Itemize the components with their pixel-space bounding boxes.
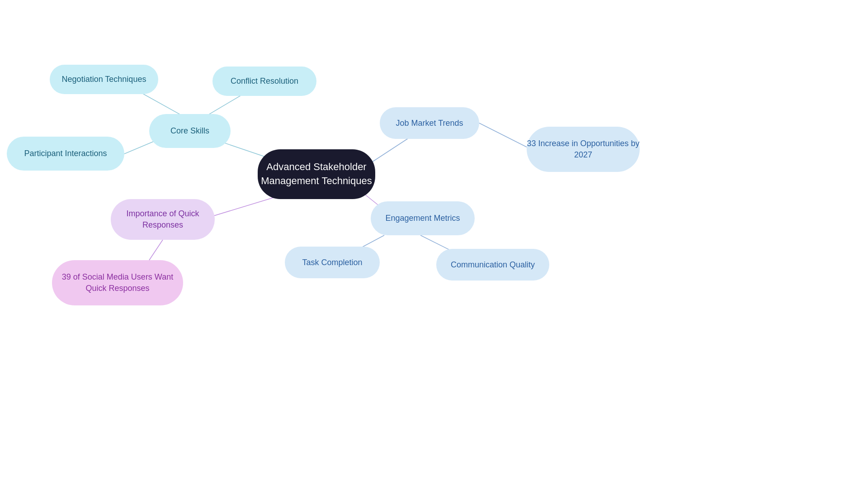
communication-quality-node[interactable]: Communication Quality: [436, 249, 549, 281]
core-skills-label: Core Skills: [170, 126, 209, 136]
core-skills-node[interactable]: Core Skills: [149, 114, 231, 148]
comm-quality-label: Communication Quality: [451, 260, 535, 270]
central-node: Advanced Stakeholder Management Techniqu…: [258, 149, 375, 199]
increase-opportunities-node[interactable]: 33 Increase in Opportunities by 2027: [527, 127, 640, 172]
svg-line-5: [149, 240, 163, 260]
conflict-resolution-node[interactable]: Conflict Resolution: [212, 67, 316, 96]
quick-response-node[interactable]: Importance of Quick Responses: [111, 199, 215, 240]
negotiation-label: Negotiation Techniques: [62, 75, 146, 84]
participant-interactions-node[interactable]: Participant Interactions: [7, 137, 124, 171]
participant-label: Participant Interactions: [24, 149, 107, 158]
quick-response-label: Importance of Quick Responses: [126, 208, 199, 231]
conflict-label: Conflict Resolution: [231, 76, 298, 86]
increase-label: 33 Increase in Opportunities by 2027: [527, 138, 639, 161]
svg-line-10: [479, 123, 527, 147]
social-media-label: 39 of Social Media Users Want Quick Resp…: [62, 271, 173, 294]
negotiation-node[interactable]: Negotiation Techniques: [50, 65, 158, 94]
social-media-node[interactable]: 39 of Social Media Users Want Quick Resp…: [52, 260, 183, 305]
job-market-label: Job Market Trends: [396, 119, 463, 128]
task-completion-node[interactable]: Task Completion: [285, 247, 380, 278]
job-market-trends-node[interactable]: Job Market Trends: [380, 107, 479, 139]
engagement-label: Engagement Metrics: [385, 214, 460, 223]
central-label: Advanced Stakeholder Management Techniqu…: [261, 160, 372, 188]
engagement-metrics-node[interactable]: Engagement Metrics: [371, 201, 475, 235]
task-completion-label: Task Completion: [302, 258, 362, 267]
